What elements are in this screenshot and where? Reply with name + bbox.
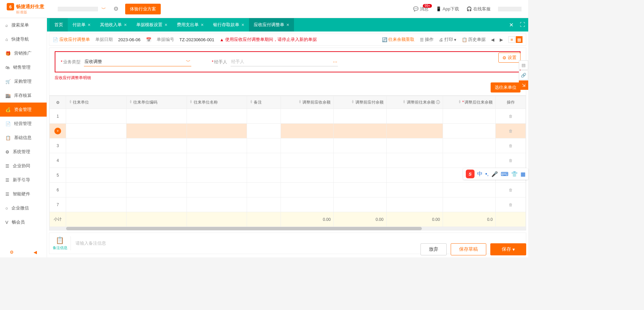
table-row[interactable]: 4🗑 (50, 153, 526, 168)
close-icon[interactable]: ✕ (88, 23, 91, 27)
table-row[interactable]: 7🗑 (50, 197, 526, 212)
help-icon[interactable]: ⓘ (436, 100, 440, 105)
tab-adjust[interactable]: 应收应付调整单✕ (249, 18, 294, 32)
sidebar-item-system[interactable]: ⚙系统管理 (0, 145, 47, 159)
sogou-icon[interactable]: S (466, 170, 475, 178)
col-code[interactable]: ▲▼往来单位编码 (127, 96, 187, 109)
delete-icon[interactable]: 🗑 (509, 129, 513, 133)
sidebar-item-inventory[interactable]: 🏬库存核算 (0, 88, 47, 103)
delete-icon[interactable]: 🗑 (509, 202, 513, 207)
col-unit[interactable]: ▲▼往来单位 (66, 96, 127, 109)
sidebar-item-collab[interactable]: ☰企业协同 (0, 159, 47, 173)
support-link[interactable]: 🎧 在线客服 (466, 6, 491, 12)
delete-icon[interactable]: 🗑 (509, 143, 513, 148)
prev-button[interactable]: ◀ (491, 37, 494, 42)
table-row[interactable]: 5🗑 (50, 168, 526, 183)
tab-other-income[interactable]: 其他收入单✕ (95, 18, 132, 32)
mic-icon[interactable]: 🎤 (491, 171, 498, 177)
detail-title: 应收应付调整单明细 (55, 75, 521, 80)
col-ap[interactable]: ▲▼调整前应付余额 (334, 96, 386, 109)
print-link[interactable]: 🖨 打印 ▾ (439, 37, 456, 43)
tab-template[interactable]: 单据模板设置✕ (132, 18, 172, 32)
close-icon[interactable]: ✕ (164, 23, 167, 27)
scrollbar-thumb[interactable] (66, 227, 422, 230)
col-after[interactable]: ▲▼*调整后往来余额 (443, 96, 495, 109)
view-grid-button[interactable]: ▦ (516, 36, 523, 43)
tool-expand[interactable]: ⇲ (519, 80, 528, 90)
close-all-button[interactable]: ✕ (505, 18, 517, 32)
close-icon[interactable]: ✕ (201, 23, 204, 27)
table-row[interactable]: 6🗑 (50, 183, 526, 197)
v-icon: V (5, 220, 8, 225)
sidebar-item-purchase[interactable]: 🛒采购管理 (0, 74, 47, 88)
sidebar-item-sales[interactable]: 🛍销售管理 (0, 60, 47, 74)
footer: 放弃 保存草稿 保存▾ (420, 243, 526, 255)
fullscreen-button[interactable]: ⛶ (517, 18, 528, 32)
calendar-icon[interactable]: 📅 (146, 37, 151, 42)
ime-cn[interactable]: 中 (477, 171, 483, 178)
grid-icon[interactable]: ▦ (521, 171, 526, 177)
sidebar-item-hardware[interactable]: ☰智能硬件 (0, 187, 47, 201)
delete-icon[interactable]: 🗑 (509, 158, 513, 163)
tab-payment[interactable]: 付款单✕ (68, 18, 95, 32)
biztype-select[interactable]: 应收调整﹀ (84, 57, 191, 66)
tab-label: 付款单 (72, 22, 86, 28)
close-icon[interactable]: ✕ (241, 23, 244, 27)
gear-icon[interactable]: ⚙ (113, 5, 118, 12)
sidebar-item-biz[interactable]: 📄经营管理 (0, 117, 47, 131)
table-row[interactable]: 3🗑 (50, 138, 526, 153)
try-plan-button[interactable]: 体验行业方案 (125, 4, 161, 14)
handler-input[interactable]: 经手人⋯ (231, 57, 338, 66)
app-download-link[interactable]: 📱 App下载 (436, 6, 459, 12)
next-button[interactable]: ▶ (500, 37, 503, 42)
add-row-button[interactable]: ＋ (54, 128, 61, 134)
sidebar-label: 资金管理 (14, 107, 32, 113)
messages-link[interactable]: 💬 消息 99+ (413, 6, 429, 12)
ime-punct[interactable]: •, (485, 171, 489, 177)
discard-button[interactable]: 放弃 (420, 243, 447, 255)
sidebar-item-finance[interactable]: 💰资金管理 (0, 103, 47, 117)
ops-link[interactable]: ☰ 操作 (420, 37, 434, 43)
table-row-active[interactable]: ＋🗑 (50, 124, 526, 138)
ime-toolbar[interactable]: S 中 •, 🎤 ⌨ 👕 ▦ (463, 168, 528, 180)
delete-icon[interactable]: 🗑 (509, 114, 513, 119)
keyboard-icon[interactable]: ⌨ (501, 171, 508, 177)
col-gear[interactable]: ⚙ (50, 96, 66, 109)
sidebar-item-quicknav[interactable]: ⌂快捷导航 (0, 32, 47, 46)
shirt-icon[interactable]: 👕 (511, 171, 518, 177)
org-dropdown[interactable]: ﹀ (58, 6, 106, 12)
save-draft-button[interactable]: 保存草稿 (451, 243, 486, 255)
sidebar-item-guide[interactable]: ☰新手引导 (0, 173, 47, 187)
sidebar-item-basic[interactable]: 📋基础信息 (0, 131, 47, 145)
more-icon[interactable]: ⋯ (333, 59, 337, 64)
date-value[interactable]: 2023-06-06 (118, 37, 141, 42)
tool-1[interactable]: ▤ (519, 60, 528, 70)
select-unit-button[interactable]: 选往来单位 (491, 82, 521, 92)
tab-expense[interactable]: 费用支出单✕ (172, 18, 208, 32)
view-list-button[interactable]: ≡ (508, 36, 515, 43)
sidebar-item-member[interactable]: V畅会员 (0, 215, 47, 229)
user-placeholder[interactable] (498, 7, 522, 11)
settings-button[interactable]: ⚙设置 (498, 53, 521, 63)
scrollbar[interactable] (49, 227, 526, 230)
table-row[interactable]: 1🗑 (50, 109, 526, 124)
tool-link[interactable]: 🔗 (519, 70, 528, 80)
tab-home[interactable]: 首页 (50, 18, 68, 32)
tab-bank[interactable]: 银行存取款单✕ (208, 18, 249, 32)
sidebar-item-wechat[interactable]: ○企业微信 (0, 201, 47, 215)
sort-icon: ▲▼ (351, 100, 354, 104)
settings-icon[interactable]: ⚙ (10, 250, 14, 255)
delete-icon[interactable]: 🗑 (509, 188, 513, 192)
collapse-icon[interactable]: ◀ (34, 250, 37, 255)
close-icon[interactable]: ✕ (124, 23, 127, 27)
reget-link[interactable]: 🔄 往来余额重取 (382, 37, 414, 43)
sidebar-item-search[interactable]: ⌕搜索菜单 (0, 18, 47, 32)
sidebar-item-marketing[interactable]: 🎁营销推广 (0, 46, 47, 60)
col-name[interactable]: ▲▼往来单位名称 (187, 96, 247, 109)
close-icon[interactable]: ✕ (286, 23, 289, 27)
col-ar[interactable]: ▲▼调整前应收余额 (281, 96, 334, 109)
save-button[interactable]: 保存▾ (490, 243, 526, 255)
col-bal[interactable]: ▲▼调整前往来余额 ⓘ (386, 96, 443, 109)
history-link[interactable]: 📋 历史单据 (462, 37, 486, 43)
col-note[interactable]: ▲▼备注 (247, 96, 281, 109)
